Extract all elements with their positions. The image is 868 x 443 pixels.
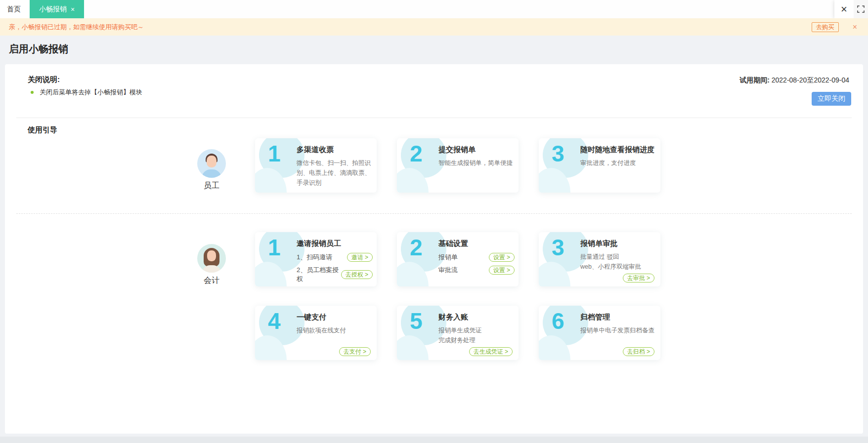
employee-avatar bbox=[197, 149, 226, 178]
avatar-face bbox=[207, 250, 216, 261]
accountant-avatar bbox=[197, 244, 226, 273]
card-title: 基础设置 bbox=[438, 239, 468, 248]
close-bullet-text: 关闭后菜单将去掉【小畅报销】模块 bbox=[40, 88, 142, 97]
guide-card-basic-settings: 2 基础设置 报销单 设置 > 审批流 设置 > bbox=[397, 232, 519, 286]
card-desc: 报销单中电子发票归档备查 bbox=[580, 326, 654, 335]
fullscreen-button[interactable] bbox=[854, 0, 868, 18]
card-number: 1 bbox=[268, 234, 281, 261]
buy-button[interactable]: 去购买 bbox=[812, 22, 839, 32]
trial-value: 2022-08-20至2022-09-04 bbox=[772, 76, 849, 84]
authorize-pill-button[interactable]: 去授权 > bbox=[341, 270, 373, 279]
dashed-divider bbox=[16, 213, 852, 214]
card-number: 3 bbox=[552, 140, 564, 167]
employee-role-label: 员工 bbox=[197, 181, 226, 191]
card-desc: 微信卡包、扫一扫、拍照识别、电票上传、滴滴取票、手录识别 bbox=[297, 158, 374, 188]
go-archive-pill-button[interactable]: 去归档 > bbox=[623, 347, 654, 356]
line-label: 1、扫码邀请 bbox=[297, 253, 332, 262]
card-number: 6 bbox=[552, 308, 564, 334]
card-line: 2、员工档案授权 去授权 > bbox=[297, 266, 373, 283]
main-card: 关闭说明: 关闭后菜单将去掉【小畅报销】模块 试用期间: 2022-08-20至… bbox=[5, 64, 863, 434]
card-desc: 批量通过 驳回 bbox=[580, 253, 619, 261]
guide-card-submit-expense: 2 提交报销单 智能生成报销单，简单便捷 bbox=[397, 138, 519, 193]
card-desc: 审批进度，支付进度 bbox=[580, 158, 658, 168]
avatar-body bbox=[202, 169, 221, 178]
card-desc: web、小程序双端审批 bbox=[580, 263, 641, 271]
guide-card-financial-entry: 5 财务入账 报销单生成凭证 完成财务处理 去生成凭证 > bbox=[397, 306, 519, 360]
close-now-button[interactable]: 立即关闭 bbox=[812, 92, 851, 106]
trial-label: 试用期间: bbox=[739, 76, 770, 84]
guide-card-archive-management: 6 归档管理 报销单中电子发票归档备查 去归档 > bbox=[539, 306, 660, 360]
close-icon: × bbox=[841, 4, 847, 15]
card-title: 提交报销单 bbox=[438, 145, 476, 155]
card-line: 1、扫码邀请 邀请 > bbox=[297, 253, 373, 262]
bottom-strip bbox=[0, 437, 868, 443]
card-number: 1 bbox=[268, 140, 281, 167]
accountant-role-label: 会计 bbox=[197, 276, 226, 286]
guide-card-expense-approval: 3 报销单审批 批量通过 驳回 web、小程序双端审批 去审批 > bbox=[539, 232, 660, 286]
go-approve-pill-button[interactable]: 去审批 > bbox=[623, 274, 654, 282]
card-title: 归档管理 bbox=[580, 313, 610, 322]
card-number: 4 bbox=[268, 308, 281, 334]
line-label: 报销单 bbox=[438, 253, 458, 262]
tab-home[interactable]: 首页 bbox=[0, 0, 28, 18]
fullscreen-icon bbox=[857, 5, 865, 13]
settings-pill-button[interactable]: 设置 > bbox=[489, 253, 515, 262]
card-title: 财务入账 bbox=[438, 313, 468, 322]
bullet-dot bbox=[31, 91, 34, 94]
card-line: 审批流 设置 > bbox=[438, 266, 515, 275]
page-title: 启用小畅报销 bbox=[9, 41, 68, 56]
window-close-button[interactable]: × bbox=[834, 0, 854, 18]
card-title: 多渠道收票 bbox=[297, 145, 334, 155]
close-instructions-heading: 关闭说明: bbox=[28, 75, 60, 84]
line-label: 2、员工档案授权 bbox=[297, 266, 341, 283]
card-desc: 智能生成报销单，简单便捷 bbox=[438, 158, 516, 168]
card-desc: 报销单生成凭证 bbox=[438, 326, 482, 335]
section-divider bbox=[16, 118, 852, 118]
card-title: 随时随地查看报销进度 bbox=[580, 145, 654, 155]
invite-pill-button[interactable]: 邀请 > bbox=[347, 253, 373, 262]
guide-card-check-progress: 3 随时随地查看报销进度 审批进度，支付进度 bbox=[539, 138, 660, 193]
card-line: 报销单 设置 > bbox=[438, 253, 515, 262]
guide-card-multichannel-invoice: 1 多渠道收票 微信卡包、扫一扫、拍照识别、电票上传、滴滴取票、手录识别 bbox=[255, 138, 377, 193]
card-title: 邀请报销员工 bbox=[297, 239, 341, 248]
tab-home-label: 首页 bbox=[7, 5, 21, 14]
card-desc: 完成财务处理 bbox=[438, 336, 476, 345]
guide-card-invite-employees: 1 邀请报销员工 1、扫码邀请 邀请 > 2、员工档案授权 去授权 > bbox=[255, 232, 377, 286]
card-number: 2 bbox=[410, 234, 423, 261]
tab-active-label: 小畅报销 bbox=[39, 5, 67, 14]
go-pay-pill-button[interactable]: 去支付 > bbox=[339, 347, 371, 356]
trial-period: 试用期间: 2022-08-20至2022-09-04 bbox=[739, 76, 849, 85]
tab-bar: 首页 小畅报销 × × bbox=[0, 0, 868, 18]
card-desc: 报销款项在线支付 bbox=[297, 326, 346, 335]
tab-close-icon[interactable]: × bbox=[71, 6, 75, 13]
expiry-banner: 亲，小畅报销已过期，如需继续使用请购买吧～ 去购买 × bbox=[0, 18, 868, 36]
line-label: 审批流 bbox=[438, 266, 458, 275]
close-bullet-row: 关闭后菜单将去掉【小畅报销】模块 bbox=[31, 88, 142, 97]
card-title: 一键支付 bbox=[297, 313, 326, 322]
card-title: 报销单审批 bbox=[580, 239, 617, 248]
tab-expense-active[interactable]: 小畅报销 × bbox=[30, 0, 84, 18]
guide-heading: 使用引导 bbox=[28, 125, 57, 135]
card-number: 3 bbox=[552, 234, 564, 261]
settings-pill-button[interactable]: 设置 > bbox=[489, 266, 515, 275]
avatar-body bbox=[202, 265, 221, 273]
banner-text: 亲，小畅报销已过期，如需继续使用请购买吧～ bbox=[9, 18, 144, 36]
avatar-face bbox=[207, 156, 217, 167]
banner-close-icon[interactable]: × bbox=[853, 22, 857, 32]
guide-card-one-click-pay: 4 一键支付 报销款项在线支付 去支付 > bbox=[255, 306, 377, 360]
card-number: 5 bbox=[410, 308, 423, 334]
card-number: 2 bbox=[410, 140, 423, 167]
generate-voucher-pill-button[interactable]: 去生成凭证 > bbox=[469, 347, 513, 356]
